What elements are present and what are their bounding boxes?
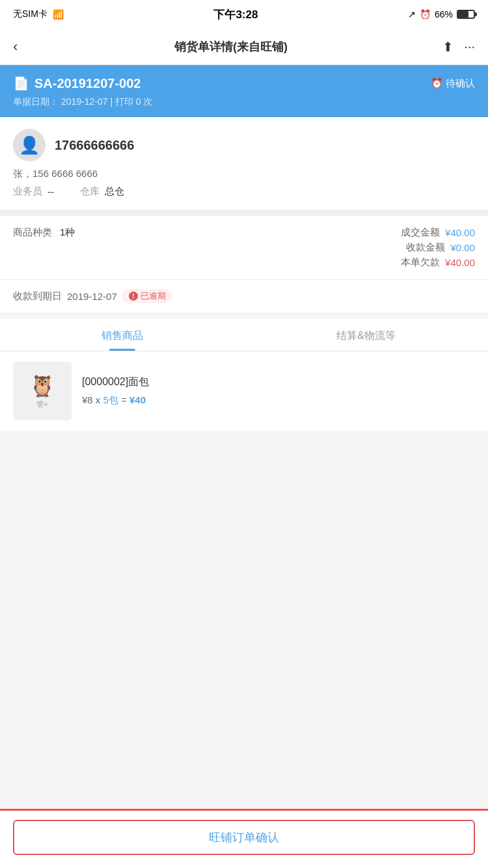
transaction-amount: ¥40.00: [445, 227, 475, 238]
status-bar: 无SIM卡 📶 下午3:28 ↗ ⏰ 66%: [0, 0, 488, 29]
alarm-icon: ⏰: [420, 9, 431, 20]
product-type-value: 1种: [60, 226, 75, 239]
thumb-owl-icon: 🦉: [29, 373, 55, 398]
salesperson-value: --: [47, 186, 54, 197]
confirm-order-button[interactable]: 旺铺订单确认: [13, 820, 475, 855]
product-price: ¥8 x 5包 = ¥40: [82, 394, 475, 407]
product-list: 🦉 管+ [0000002]面包 ¥8 x 5包 = ¥40: [0, 351, 488, 431]
product-item: 🦉 管+ [0000002]面包 ¥8 x 5包 = ¥40: [13, 362, 475, 420]
price-total: ¥40: [129, 394, 146, 405]
status-right: ↗ ⏰ 66%: [408, 9, 475, 20]
due-date-value: 2019-12-07: [67, 291, 117, 302]
tabs-header: 销售商品 结算&物流等: [0, 319, 488, 351]
status-time: 下午3:28: [213, 7, 258, 22]
battery-icon: [457, 10, 475, 19]
price-formula: ¥8 x: [82, 394, 103, 405]
salesperson-label: 业务员: [13, 185, 42, 198]
summary-amounts: 成交金额 ¥40.00 收款金额 ¥0.00 本单欠款 ¥40.00: [401, 226, 475, 269]
status-left: 无SIM卡 📶: [13, 8, 64, 20]
order-id: 📄 SA-20191207-002: [13, 75, 141, 91]
received-label: 收款金额: [406, 241, 445, 254]
due-date-label: 收款到期日: [13, 290, 62, 303]
summary-section: 商品种类 1种 成交金额 ¥40.00 收款金额 ¥0.00 本单欠款 ¥40.…: [0, 216, 488, 279]
tab-sales-products[interactable]: 销售商品: [0, 319, 244, 351]
carrier-label: 无SIM卡: [13, 8, 47, 20]
overdue-dot-icon: !: [129, 292, 138, 301]
product-name: [0000002]面包: [82, 375, 475, 389]
share-icon[interactable]: ⬆: [442, 39, 454, 55]
product-thumbnail: 🦉 管+: [13, 362, 72, 420]
location-icon: ↗: [408, 9, 416, 20]
order-id-icon: 📄: [13, 75, 29, 91]
tab-settlement[interactable]: 结算&物流等: [244, 319, 488, 351]
product-type-label: 商品种类: [13, 226, 52, 239]
order-header: 📄 SA-20191207-002 ⏰ 待确认 单据日期： 2019-12-07…: [0, 65, 488, 117]
nav-title: 销货单详情(来自旺铺): [39, 39, 423, 55]
customer-phone: 17666666666: [55, 138, 134, 153]
customer-name: 张，156 6666 6666: [13, 168, 475, 180]
divider-1: [0, 210, 488, 216]
product-details: [0000002]面包 ¥8 x 5包 = ¥40: [82, 375, 475, 407]
overdue-text: 已逾期: [141, 290, 166, 302]
bottom-area: [0, 431, 488, 600]
back-button[interactable]: ‹: [13, 38, 39, 55]
received-amount: ¥0.00: [450, 242, 475, 253]
order-status: ⏰ 待确认: [431, 77, 475, 90]
order-date: 单据日期： 2019-12-07 | 打印 0 次: [13, 96, 475, 108]
warehouse-label: 仓库: [80, 185, 100, 198]
owed-label: 本单欠款: [401, 256, 440, 269]
customer-meta: 业务员 -- 仓库 总仓: [13, 185, 475, 198]
status-clock-icon: ⏰: [431, 77, 443, 89]
customer-section: 👤 17666666666 张，156 6666 6666 业务员 -- 仓库 …: [0, 117, 488, 210]
warehouse-value: 总仓: [105, 185, 124, 198]
price-equals: =: [118, 394, 129, 405]
avatar-icon: 👤: [19, 135, 40, 156]
price-qty: 5包: [103, 394, 118, 405]
wifi-icon: 📶: [53, 9, 64, 20]
nav-actions: ⬆ ···: [423, 39, 475, 55]
overdue-badge: ! 已逾期: [122, 289, 172, 303]
transaction-label: 成交金额: [401, 226, 440, 239]
avatar: 👤: [13, 129, 46, 161]
more-icon[interactable]: ···: [464, 39, 475, 54]
due-date-section: 收款到期日 2019-12-07 ! 已逾期: [0, 279, 488, 312]
confirm-button-wrap: 旺铺订单确认: [0, 809, 488, 868]
nav-bar: ‹ 销货单详情(来自旺铺) ⬆ ···: [0, 29, 488, 65]
tabs-section: 销售商品 结算&物流等 🦉 管+ [0000002]面包 ¥8 x 5包 = ¥…: [0, 319, 488, 431]
thumb-brand-text: 管+: [36, 400, 47, 409]
battery-percent: 66%: [435, 9, 453, 20]
owed-amount: ¥40.00: [445, 257, 475, 268]
